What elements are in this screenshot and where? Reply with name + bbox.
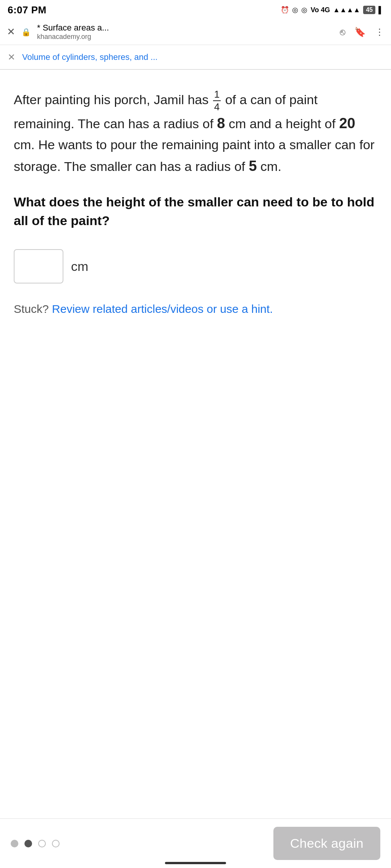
browser-nav-bar: ✕ 🔒 * Surface areas a... khanacademy.org… [0,19,391,45]
status-right: ⏰ ◎ ◎ Vo 4G ▲▲▲▲ 45 ▌ [281,6,383,14]
share-icon[interactable]: ⎋ [340,27,345,37]
dot-4 [52,840,60,847]
check-again-button[interactable]: Check again [273,827,380,860]
url-block: * Surface areas a... khanacademy.org [37,23,334,41]
problem-text: After painting his porch, Jamil has 1 4 … [14,89,377,177]
answer-area: cm [14,249,377,283]
answer-input[interactable] [14,249,63,283]
progress-dots [11,840,60,847]
tab-close-icon[interactable]: ✕ [8,52,15,63]
fraction: 1 4 [213,89,221,112]
bottom-bar: Check again [0,818,391,868]
tab-label[interactable]: Volume of cylinders, spheres, and ... [22,52,158,62]
nav-actions: ⎋ 🔖 ⋮ [340,27,384,37]
network-label: Vo 4G [310,6,330,14]
instagram-icon: ◎ [292,6,298,14]
camera-icon: ◎ [301,6,307,14]
answer-unit: cm [71,259,88,274]
stuck-link[interactable]: Review related articles/videos or use a … [52,303,273,315]
status-bar: 6:07 PM ⏰ ◎ ◎ Vo 4G ▲▲▲▲ 45 ▌ [0,0,391,19]
signal-icon: ▲▲▲▲ [333,6,360,14]
more-options-icon[interactable]: ⋮ [375,27,384,37]
problem-text-end: cm. [260,159,281,174]
radius1-value: 8 [217,115,225,131]
status-time: 6:07 PM [8,4,47,16]
main-content: After painting his porch, Jamil has 1 4 … [0,70,391,327]
stuck-label: Stuck? [14,303,49,315]
alarm-icon: ⏰ [281,6,289,14]
lock-icon: 🔒 [21,27,31,37]
problem-text-after-height: cm. He wants to pour the remaining paint… [14,137,375,174]
page-title: * Surface areas a... [37,23,334,33]
battery-level: 45 [363,6,375,14]
dot-2 [24,840,32,847]
problem-text-mid: cm and a height of [229,116,336,131]
question-text: What does the height of the smaller can … [14,193,377,230]
dot-1 [11,840,18,847]
home-indicator [165,862,226,864]
tab-bar: ✕ Volume of cylinders, spheres, and ... [0,45,391,69]
battery-icon: ▌ [378,6,383,14]
radius2-value: 5 [249,158,257,174]
bookmark-icon[interactable]: 🔖 [354,27,366,37]
stuck-section: Stuck? Review related articles/videos or… [14,303,377,316]
page-domain: khanacademy.org [37,33,334,41]
close-icon[interactable]: ✕ [7,26,15,38]
height1-value: 20 [339,115,355,131]
dot-3 [38,840,46,847]
problem-text-before-fraction: After painting his porch, Jamil has [14,92,208,107]
fraction-numerator: 1 [213,89,221,101]
fraction-denominator: 4 [213,101,221,113]
